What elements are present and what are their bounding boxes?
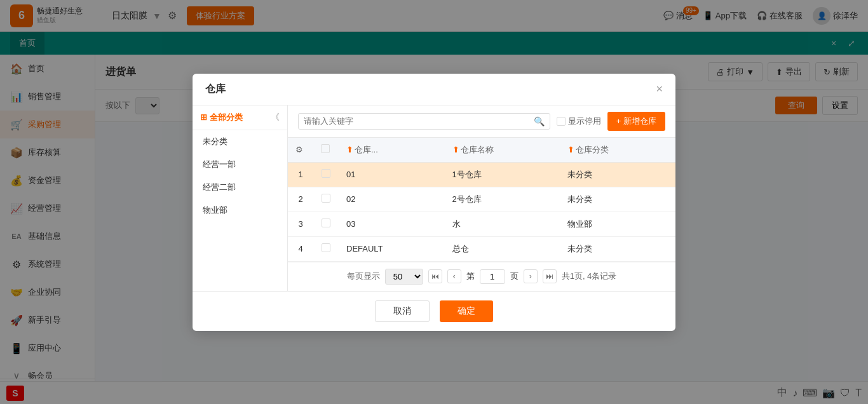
first-page-button[interactable]: ⏮	[428, 269, 442, 283]
show-disabled-label: 显示停用	[568, 116, 601, 127]
row-code-1: 01	[339, 162, 445, 187]
warehouse-table: ⚙ ⬆仓库... ⬆仓库名称	[288, 138, 675, 262]
page-word: 页	[510, 271, 519, 282]
next-page-button[interactable]: ›	[524, 269, 538, 283]
prev-page-button[interactable]: ‹	[447, 269, 461, 283]
modal-category-title: ⊞ 全部分类	[200, 112, 243, 123]
last-page-button[interactable]: ⏭	[543, 269, 557, 283]
th-category: ⬆仓库分类	[560, 138, 675, 163]
row-gear-2: 2	[288, 187, 313, 212]
confirm-button[interactable]: 确定	[440, 300, 493, 322]
page-number-input[interactable]	[480, 269, 505, 284]
search-input-wrap: 🔍	[298, 113, 550, 130]
row-name-4: 总仓	[445, 236, 560, 261]
row-cat-1: 未分类	[560, 162, 675, 187]
add-warehouse-button[interactable]: + 新增仓库	[607, 112, 665, 131]
row-3-checkbox[interactable]	[322, 219, 330, 227]
category-ops1[interactable]: 经营一部	[193, 153, 287, 176]
th-code: ⬆仓库...	[339, 138, 445, 163]
modal-title: 仓库	[205, 83, 226, 96]
table-header-row: ⚙ ⬆仓库... ⬆仓库名称	[288, 138, 675, 163]
table-row[interactable]: 1 01 1号仓库 未分类	[288, 162, 675, 187]
modal-left-header: ⊞ 全部分类 《	[193, 105, 287, 130]
sort-cat-icon: ⬆	[567, 145, 574, 154]
show-disabled-checkbox[interactable]	[557, 117, 566, 126]
page-num-word: 第	[466, 271, 475, 282]
row-check-4	[313, 236, 339, 261]
row-4-checkbox[interactable]	[322, 243, 330, 252]
modal-table-wrap: ⚙ ⬆仓库... ⬆仓库名称	[288, 138, 675, 262]
modal-overlay: 仓库 × ⊞ 全部分类 《 未分类 经营一部 经营二部 物业部	[0, 0, 868, 404]
sort-icon: ⬆	[346, 145, 353, 154]
modal-toolbar: 🔍 显示停用 + 新增仓库	[288, 105, 675, 138]
row-code-3: 03	[339, 212, 445, 236]
modal-body: ⊞ 全部分类 《 未分类 经营一部 经营二部 物业部 🔍	[193, 105, 675, 291]
collapse-button[interactable]: 《	[271, 112, 280, 123]
page-total-info: 共1页, 4条记录	[562, 271, 617, 282]
pagination: 每页显示 50 10 20 100 ⏮ ‹ 第 页 › ⏭ 共1页, 4条记录	[288, 262, 675, 291]
table-row[interactable]: 4 DEFAULT 总仓 未分类	[288, 236, 675, 261]
grid-icon: ⊞	[200, 112, 207, 122]
row-check-1	[313, 162, 339, 187]
page-size-select[interactable]: 50 10 20 100	[385, 269, 423, 285]
search-icon[interactable]: 🔍	[534, 116, 545, 126]
modal-close-button[interactable]: ×	[656, 83, 663, 96]
row-cat-3: 物业部	[560, 212, 675, 236]
page-size-label: 每页显示	[347, 271, 380, 282]
row-2-checkbox[interactable]	[322, 194, 330, 203]
category-ops2[interactable]: 经营二部	[193, 176, 287, 199]
row-check-2	[313, 187, 339, 212]
category-property[interactable]: 物业部	[193, 199, 287, 222]
th-gear: ⚙	[288, 138, 313, 163]
row-name-2: 2号仓库	[445, 187, 560, 212]
category-unclassified[interactable]: 未分类	[193, 130, 287, 153]
table-row[interactable]: 3 03 水 物业部	[288, 212, 675, 236]
row-1-checkbox[interactable]	[322, 169, 330, 178]
warehouse-modal: 仓库 × ⊞ 全部分类 《 未分类 经营一部 经营二部 物业部	[193, 74, 675, 331]
search-input[interactable]	[304, 116, 531, 126]
row-gear-4: 4	[288, 236, 313, 261]
modal-left-panel: ⊞ 全部分类 《 未分类 经营一部 经营二部 物业部	[193, 105, 288, 291]
modal-header: 仓库 ×	[193, 74, 675, 105]
modal-footer: 取消 确定	[193, 291, 675, 331]
row-check-3	[313, 212, 339, 236]
select-all-checkbox[interactable]	[321, 144, 330, 153]
show-disabled-toggle[interactable]: 显示停用	[557, 116, 601, 127]
cancel-button[interactable]: 取消	[375, 300, 430, 322]
row-code-2: 02	[339, 187, 445, 212]
row-cat-2: 未分类	[560, 187, 675, 212]
row-code-4: DEFAULT	[339, 236, 445, 261]
row-gear-3: 3	[288, 212, 313, 236]
th-checkbox	[313, 138, 339, 163]
row-cat-4: 未分类	[560, 236, 675, 261]
table-row[interactable]: 2 02 2号仓库 未分类	[288, 187, 675, 212]
sort-name-icon: ⬆	[452, 145, 459, 154]
row-name-1: 1号仓库	[445, 162, 560, 187]
row-name-3: 水	[445, 212, 560, 236]
th-name: ⬆仓库名称	[445, 138, 560, 163]
modal-right-panel: 🔍 显示停用 + 新增仓库 ⚙	[288, 105, 675, 291]
row-gear-1: 1	[288, 162, 313, 187]
